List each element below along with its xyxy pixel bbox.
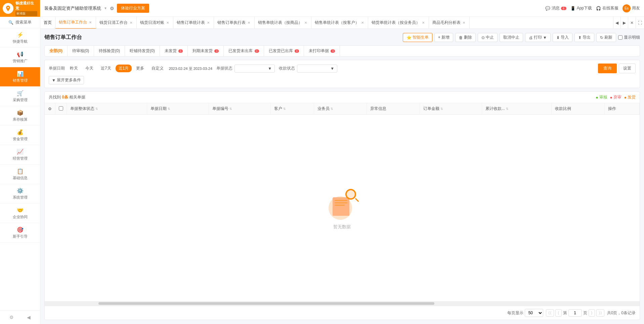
tab-expand-btn[interactable]: ⛶: [636, 17, 644, 29]
tab-cash-daily[interactable]: 钱货日清工作台 ✕: [96, 17, 137, 29]
tab-prev-btn[interactable]: ◀: [613, 17, 620, 29]
user-action[interactable]: Ea 用友: [622, 4, 640, 12]
sub-tab-pending-review[interactable]: 待审核(0): [68, 46, 94, 56]
app-action[interactable]: 📱 App下载: [570, 5, 592, 11]
date-pill-more[interactable]: 更多: [133, 65, 147, 72]
show-detail-checkbox[interactable]: [618, 35, 622, 40]
export-btn[interactable]: ⬆ 导出: [574, 33, 594, 42]
sub-tab-overdue[interactable]: 到期未发货 0: [188, 46, 224, 56]
show-detail-label[interactable]: 显示明细: [618, 35, 640, 40]
new-btn[interactable]: + 新增: [434, 33, 453, 42]
col-operation-label: 操作: [608, 106, 616, 111]
next-page-btn[interactable]: ⟩: [589, 309, 595, 317]
tab-sales-stats-staff-close-icon[interactable]: ✕: [421, 21, 425, 25]
tab-sales-stats-staff[interactable]: 销货单统计表（按业务员） ✕: [368, 17, 429, 29]
sub-tab-all[interactable]: 全部(0): [45, 46, 68, 56]
sidebar-item-quick-nav[interactable]: ⚡ 快捷导航: [0, 28, 40, 48]
scrollbar-thumb[interactable]: [98, 302, 434, 305]
export-icon: ⬆: [578, 35, 582, 40]
audit-btn[interactable]: ● 审核: [596, 94, 607, 100]
sidebar-item-sales[interactable]: 📊 销售管理: [0, 67, 40, 87]
col-settings-icon[interactable]: ⚙: [48, 107, 52, 111]
sub-tab-not-printed[interactable]: 未打印单据 0: [304, 46, 340, 56]
horizontal-scrollbar[interactable]: [45, 301, 640, 306]
topbar-dropdown-arrow[interactable]: ▼: [104, 6, 107, 10]
status-select[interactable]: ▼: [234, 65, 275, 73]
first-page-btn[interactable]: ⟨⟨: [546, 309, 554, 317]
expand-filter-btn[interactable]: ▼ 展开更多条件: [49, 76, 84, 84]
tabbar: 首页 销售订单工作台 ✕ 钱货日清工作台 ✕ 钱货日清对账 ✕ 销售订单统计表 …: [40, 17, 644, 29]
query-btn[interactable]: 查询: [598, 64, 617, 73]
sub-tab-shipped-out[interactable]: 已发货已出库 0: [264, 46, 304, 56]
sidebar-item-search[interactable]: 🔍 搜索菜单: [0, 17, 40, 28]
refresh-btn[interactable]: ↻ 刷新: [596, 33, 616, 42]
sidebar-item-basic-info[interactable]: 📋 基础信息: [0, 165, 40, 184]
prev-page-btn[interactable]: ⟨: [555, 309, 562, 317]
sort-date[interactable]: 单据日期 ⇅: [151, 106, 205, 112]
sort-customer[interactable]: 客户 ⇅: [274, 106, 310, 112]
date-pill-yesterday[interactable]: 昨天: [67, 65, 81, 72]
data-table: ⚙ 单据整体状态 ⇅: [45, 103, 640, 301]
tab-sales-stats-customer-close-icon[interactable]: ✕: [360, 21, 364, 25]
tab-sales-order-workbench[interactable]: 销售订单工作台 ✕: [55, 17, 96, 29]
tab-sales-stats[interactable]: 销售订单统计表 ✕: [173, 17, 214, 29]
tab-product-margin[interactable]: 商品毛利分析表 ✕: [429, 17, 470, 29]
abandon-audit-btn[interactable]: ● 弃审: [610, 94, 621, 100]
sidebar-collapse-btn[interactable]: ◀: [26, 313, 32, 321]
print-btn[interactable]: 🖨 打印 ▼: [525, 33, 551, 42]
tab-close-all-btn[interactable]: ✕: [628, 17, 636, 29]
tab-sales-stats-customer[interactable]: 销售单统计表（按客户） ✕: [311, 17, 368, 29]
sidebar-item-marketing[interactable]: 📢 营销推广: [0, 48, 40, 67]
tab-cash-reconcile-close-icon[interactable]: ✕: [166, 21, 170, 25]
message-action[interactable]: 💬 消息 6: [545, 5, 566, 11]
tab-next-btn[interactable]: ▶: [620, 17, 628, 29]
tab-cash-daily-close-icon[interactable]: ✕: [129, 21, 133, 25]
industry-btn[interactable]: 体验行业方案: [117, 4, 149, 13]
topbar-settings-icon[interactable]: ⚙: [110, 6, 114, 11]
tab-home[interactable]: 首页: [40, 17, 55, 29]
sidebar-item-enterprise[interactable]: 🤝 企业协同: [0, 204, 40, 223]
page-input[interactable]: [568, 309, 582, 317]
tab-cash-reconcile[interactable]: 钱货日清对账 ✕: [137, 17, 173, 29]
ship-btn[interactable]: ● 发货: [624, 94, 636, 100]
filter-settings-btn[interactable]: 设置: [619, 64, 636, 73]
sidebar-item-inventory[interactable]: 📦 库存核算: [0, 106, 40, 126]
date-pill-1month[interactable]: 近1月: [116, 65, 132, 72]
payment-select[interactable]: ▼: [297, 65, 337, 73]
date-pill-today[interactable]: 今天: [82, 65, 96, 72]
sub-tab-shipped-not-out[interactable]: 已发货未出库 0: [224, 46, 264, 56]
tab-sales-exec[interactable]: 销售订单执行表 ✕: [214, 17, 255, 29]
sub-tab-wang-pending[interactable]: 旺铺待发货(0): [125, 46, 160, 56]
tab-sales-stats-product-close-icon[interactable]: ✕: [304, 21, 308, 25]
service-action[interactable]: 🎧 在线客服: [596, 5, 618, 11]
sort-amount[interactable]: 订单金额 ⇅: [423, 106, 478, 112]
sort-status[interactable]: 单据整体状态 ⇅: [70, 106, 143, 112]
sidebar-item-finance[interactable]: 💰 资金管理: [0, 126, 40, 145]
sidebar-item-purchase[interactable]: 🛒 采购管理: [0, 87, 40, 106]
date-pill-custom[interactable]: 自定义: [148, 65, 167, 72]
sidebar-item-guide[interactable]: 🎯 新手引导: [0, 223, 40, 243]
date-pill-7days[interactable]: 近7天: [98, 65, 114, 72]
delete-btn[interactable]: 🗑 删除: [455, 33, 476, 42]
sub-tab-pending-inspect[interactable]: 待拣验货(0): [94, 46, 125, 56]
smart-label: 智能生单: [413, 35, 429, 40]
tab-sales-close-icon[interactable]: ✕: [88, 20, 92, 25]
sort-staff[interactable]: 业务员 ⇅: [317, 106, 363, 112]
sidebar-item-system[interactable]: ⚙️ 系统管理: [0, 184, 40, 204]
sort-collected[interactable]: 累计收款... ⇅: [485, 106, 548, 112]
smart-create-btn[interactable]: ⭐ 智能生单: [403, 33, 432, 42]
import-btn[interactable]: ⬇ 导入: [553, 33, 572, 42]
last-page-btn[interactable]: ⟩⟩: [596, 309, 604, 317]
sidebar-settings-btn[interactable]: ⚙: [8, 313, 15, 321]
select-all-checkbox[interactable]: [59, 106, 63, 111]
stop-btn[interactable]: ⊙ 中止: [478, 33, 498, 42]
cancel-stop-btn[interactable]: 取消中止: [500, 33, 523, 42]
sub-tab-not-shipped[interactable]: 未发货 0: [160, 46, 188, 56]
tab-sales-stats-close-icon[interactable]: ✕: [206, 21, 210, 25]
tab-sales-stats-product[interactable]: 销售单统计表（按商品） ✕: [255, 17, 311, 29]
sort-number[interactable]: 单据编号 ⇅: [212, 106, 267, 112]
tab-sales-exec-close-icon[interactable]: ✕: [247, 21, 251, 25]
tab-product-margin-close-icon[interactable]: ✕: [462, 21, 466, 25]
sidebar-item-operations[interactable]: 📈 经营管理: [0, 145, 40, 165]
per-page-dropdown[interactable]: 10 20 50 100: [525, 309, 543, 317]
